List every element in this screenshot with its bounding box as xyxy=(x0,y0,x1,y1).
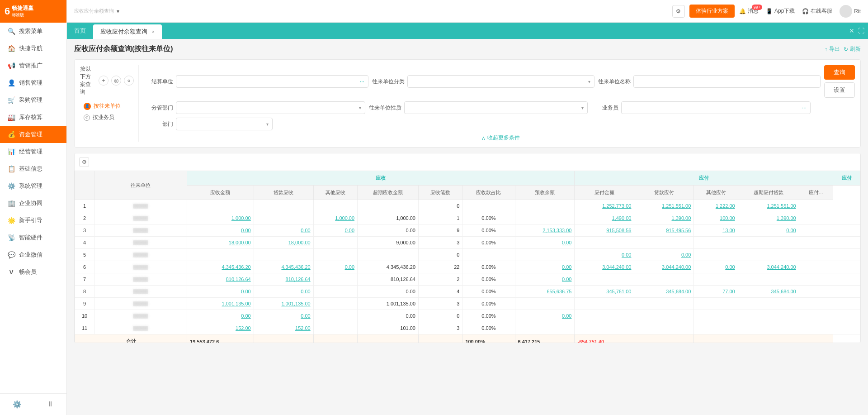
query-option-by-staff[interactable]: ⏱ 按业务员 xyxy=(80,112,134,123)
table-cell[interactable]: 345,761.00 xyxy=(575,286,634,298)
partner-name-input[interactable] xyxy=(633,75,821,88)
notice-btn[interactable]: 🔔 消息 99+ xyxy=(739,7,759,15)
table-cell[interactable]: 77.00 xyxy=(694,286,738,298)
refresh-btn[interactable]: ↻ 刷新 xyxy=(844,45,861,53)
sidebar-item-finance[interactable]: 💰 资金管理 xyxy=(0,126,66,143)
table-cell[interactable]: 18,000.00 xyxy=(254,237,313,249)
add-query-btn[interactable]: + xyxy=(99,76,108,86)
sidebar-item-purchase[interactable]: 🛒 采购管理 xyxy=(0,91,66,109)
field-settlement-unit: 结算单位 ··· xyxy=(146,75,368,88)
table-cell[interactable]: 0.00 xyxy=(634,249,694,261)
tab-close-window-btn[interactable]: ✕ xyxy=(849,27,854,34)
table-cell[interactable]: 655,636.75 xyxy=(515,286,575,298)
table-cell[interactable]: 0.00 xyxy=(694,261,738,273)
table-cell[interactable]: 0.00 xyxy=(515,273,575,286)
export-btn[interactable]: ↑ 导出 xyxy=(825,45,840,53)
table-cell xyxy=(634,298,694,310)
partner-nature-select[interactable]: ▾ xyxy=(404,101,588,114)
app-download-btn[interactable]: 📱 App下载 xyxy=(766,7,795,15)
tab-home[interactable]: 首页 xyxy=(67,23,93,39)
table-cell[interactable]: 1,490.00 xyxy=(575,212,634,224)
sidebar-item-sys-admin[interactable]: ⚙️ 系统管理 xyxy=(0,177,66,195)
settings-gear-btn[interactable]: ⚙ xyxy=(672,5,685,18)
collapse-more-btn[interactable]: ∧ 收起更多条件 xyxy=(146,134,855,142)
salesperson-input[interactable]: ··· xyxy=(621,101,811,114)
table-cell[interactable]: 3,044,240.00 xyxy=(738,261,799,273)
tab-ar-ap[interactable]: 应收应付余额查询 × xyxy=(93,24,162,39)
sidebar-item-search-menu[interactable]: 🔍 搜索菜单 xyxy=(0,23,66,40)
settlement-unit-input[interactable]: ··· xyxy=(176,75,368,88)
table-cell[interactable]: 915,508.56 xyxy=(575,224,634,237)
table-cell[interactable]: 345,684.00 xyxy=(738,286,799,298)
table-cell[interactable]: 0.00 xyxy=(254,224,313,237)
table-cell[interactable]: 915,495.56 xyxy=(634,224,694,237)
tab-close-btn[interactable]: × xyxy=(152,29,155,34)
collapse-query-btn[interactable]: « xyxy=(124,76,134,86)
table-cell[interactable]: 4,345,436.20 xyxy=(254,261,313,273)
dept-mgr-select[interactable]: ▾ xyxy=(176,101,365,114)
setting-btn[interactable]: 设置 xyxy=(824,82,855,98)
user-avatar-area[interactable]: Rit xyxy=(840,5,861,18)
table-cell[interactable]: 13.00 xyxy=(694,224,738,237)
table-cell[interactable]: 1,000.00 xyxy=(187,212,254,224)
table-cell[interactable]: 0.00 xyxy=(515,310,575,322)
sidebar-item-smart-hw[interactable]: 📡 智能硬件 xyxy=(0,229,66,246)
sidebar-item-enterprise[interactable]: 🏢 企业协同 xyxy=(0,195,66,212)
table-cell[interactable]: 1,252,773.00 xyxy=(575,200,634,212)
target-query-btn[interactable]: ◎ xyxy=(111,76,121,86)
partner-category-select[interactable]: ▾ xyxy=(407,75,594,88)
sidebar-item-basic-info[interactable]: 📋 基础信息 xyxy=(0,160,66,177)
sidebar-item-marketing[interactable]: 📢 营销推广 xyxy=(0,57,66,74)
table-cell[interactable]: 0.00 xyxy=(738,224,799,237)
footer-ar-prepay[interactable]: 6,417,215.... xyxy=(515,334,575,343)
table-cell[interactable]: 3,044,240.00 xyxy=(575,261,634,273)
sidebar-item-sales[interactable]: 👤 销售管理 xyxy=(0,74,66,91)
table-cell[interactable]: 1,390.00 xyxy=(738,212,799,224)
table-settings-icon-btn[interactable]: ⚙ xyxy=(79,157,89,167)
tab-fullscreen-btn[interactable]: ⛶ xyxy=(858,27,864,34)
table-cell[interactable]: 0.00 xyxy=(313,224,357,237)
table-cell[interactable]: 810,126.64 xyxy=(254,273,313,286)
sidebar-item-wechat[interactable]: 💬 企业微信 xyxy=(0,246,66,263)
footer-ar-amount[interactable]: 19,553,472,6... xyxy=(187,334,254,343)
table-cell[interactable]: 1,251,551.00 xyxy=(634,200,694,212)
query-option-by-partner[interactable]: 👤 按往来单位 xyxy=(80,100,134,112)
table-cell[interactable]: 0.00 xyxy=(515,261,575,273)
table-cell[interactable]: 1,222.00 xyxy=(694,200,738,212)
table-cell[interactable]: 0.00 xyxy=(187,224,254,237)
promo-btn[interactable]: 体验行业方案 xyxy=(689,5,735,18)
table-cell[interactable]: 345,684.00 xyxy=(634,286,694,298)
table-cell[interactable]: 1,390.00 xyxy=(634,212,694,224)
sidebar-item-quick-nav[interactable]: 🏠 快捷导航 xyxy=(0,40,66,57)
sidebar-item-operations[interactable]: 📊 经营管理 xyxy=(0,143,66,160)
table-cell[interactable]: 1,251,551.00 xyxy=(738,200,799,212)
table-cell[interactable]: 100.00 xyxy=(694,212,738,224)
sidebar-settings-btn[interactable]: ⚙️ xyxy=(10,397,24,411)
table-cell[interactable]: 0.00 xyxy=(515,237,575,249)
table-cell[interactable]: 1,001,135.00 xyxy=(187,298,254,310)
table-cell[interactable]: 0.00 xyxy=(187,310,254,322)
table-cell[interactable]: 0.00 xyxy=(575,249,634,261)
sidebar-item-inventory[interactable]: 🏭 库存核算 xyxy=(0,109,66,126)
table-cell[interactable]: 3,044,240.00 xyxy=(634,261,694,273)
table-cell[interactable]: 2,153,333.00 xyxy=(515,224,575,237)
table-cell[interactable]: 18,000.00 xyxy=(187,237,254,249)
table-cell[interactable]: 0.00 xyxy=(254,286,313,298)
dept-select[interactable]: ▾ xyxy=(176,118,273,130)
sidebar-item-member[interactable]: V 畅会员 xyxy=(0,263,66,281)
col-partner: 往来单位 xyxy=(94,171,187,200)
table-cell[interactable]: 0.00 xyxy=(187,286,254,298)
table-cell[interactable]: 0.00 xyxy=(313,261,357,273)
table-cell[interactable]: 1,001,135.00 xyxy=(254,298,313,310)
table-cell[interactable]: 0.00 xyxy=(254,310,313,322)
table-cell[interactable]: 152.00 xyxy=(254,322,313,334)
table-cell[interactable]: 152.00 xyxy=(187,322,254,334)
online-service-btn[interactable]: 🎧 在线客服 xyxy=(802,7,832,15)
table-cell[interactable]: 1,000.00 xyxy=(313,212,357,224)
table-cell[interactable]: 4,345,436.20 xyxy=(187,261,254,273)
sidebar-collapse-btn[interactable]: ⏸ xyxy=(44,397,57,411)
sidebar-item-guide[interactable]: 🌟 新手引导 xyxy=(0,212,66,229)
table-cell[interactable]: 810,126.64 xyxy=(187,273,254,286)
breadcrumb-dropdown[interactable]: ▾ xyxy=(117,8,119,14)
query-btn[interactable]: 查询 xyxy=(824,65,855,80)
